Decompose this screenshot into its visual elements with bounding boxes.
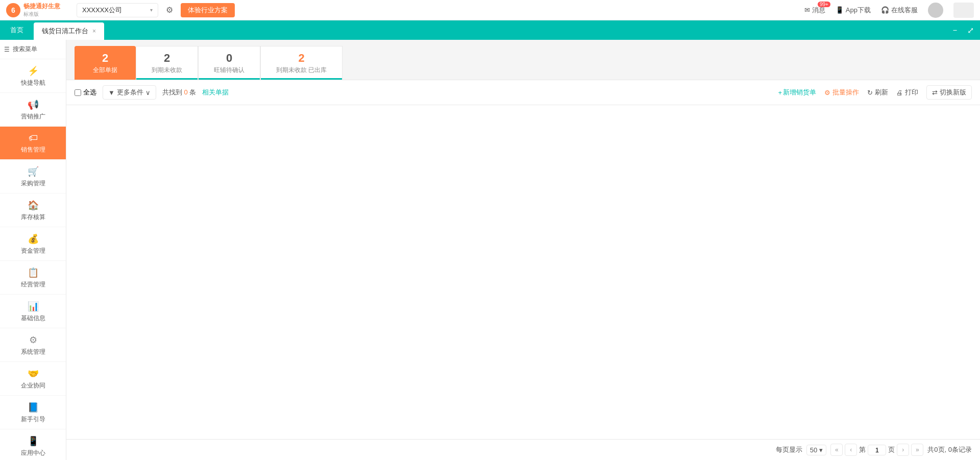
finance-icon: 💰	[28, 233, 39, 245]
app-icon: 📱	[836, 6, 844, 14]
print-btn[interactable]: 🖨 打印	[896, 88, 918, 97]
sidebar: ☰ 搜索菜单 ⚡ 快捷导航 📢 营销推广 🏷 销售管理 🛒 采购管理 🏠 库存核…	[0, 40, 66, 460]
sidebar-item-quick-nav[interactable]: ⚡ 快捷导航	[0, 59, 66, 93]
select-all-input[interactable]	[75, 89, 81, 96]
refresh-btn[interactable]: ↻ 刷新	[867, 88, 888, 97]
sidebar-item-app-center[interactable]: 📱 应用中心	[0, 429, 66, 460]
related-link[interactable]: 相关单据	[202, 88, 229, 97]
sidebar-item-purchase[interactable]: 🛒 采购管理	[0, 160, 66, 193]
tab-home[interactable]: 首页	[0, 20, 34, 40]
tab-active-label: 钱货日清工作台	[42, 27, 88, 36]
avatar[interactable]	[928, 3, 943, 18]
filter-label: 更多条件	[117, 88, 143, 97]
inventory-icon: 🏠	[28, 200, 39, 211]
corp-coop-icon: 🤝	[28, 368, 39, 379]
sidebar-finance-label: 资金管理	[21, 247, 45, 255]
filter-tab-stock-count: 2	[276, 52, 327, 65]
filter-tab-wang-label: 旺辅待确认	[214, 66, 244, 75]
filter-btn[interactable]: ▼ 更多条件 ∨	[103, 85, 156, 100]
online-service-btn[interactable]: 🎧 在线客服	[881, 6, 918, 15]
filter-tab-all[interactable]: 2 全部单据	[75, 46, 136, 80]
page-input[interactable]	[868, 445, 886, 455]
sidebar-sales-label: 销售管理	[21, 146, 45, 154]
sidebar-search-label: 搜索菜单	[13, 45, 37, 54]
message-btn[interactable]: ✉ 消息 99+	[804, 6, 825, 15]
found-count-area: 共找到 0 条	[162, 88, 196, 97]
settings-icon[interactable]: ⚙	[162, 3, 177, 17]
filter-tab-overdue-label: 到期未收款	[152, 66, 182, 75]
sidebar-item-sales[interactable]: 🏷 销售管理	[0, 127, 66, 160]
marketing-icon: 📢	[28, 99, 39, 110]
filter-tab-overdue-stock[interactable]: 2 到期未收款 已出库	[260, 46, 342, 80]
found-number: 0	[184, 88, 188, 96]
found-prefix: 共找到	[162, 88, 182, 96]
sidebar-item-basic-info[interactable]: 📊 基础信息	[0, 295, 66, 328]
refresh-icon: ↻	[867, 89, 873, 96]
logo-area: 6 畅捷通好生意 标准版	[6, 3, 72, 17]
found-unit: 条	[189, 88, 196, 96]
logo-main: 畅捷通好生意	[23, 3, 60, 11]
message-badge: 99+	[818, 2, 830, 7]
company-select[interactable]: XXXXXX公司 ▾	[77, 3, 158, 17]
page-prev-btn[interactable]: ‹	[845, 444, 857, 456]
page-size-value: 50	[810, 446, 817, 454]
switch-btn[interactable]: ⇄ 切换新版	[926, 85, 972, 100]
page-label-di: 第	[859, 445, 866, 454]
page-next-btn[interactable]: ›	[897, 444, 909, 456]
add-sales-btn[interactable]: + 新增销货单	[778, 88, 816, 97]
toolbar-right: + 新增销货单 ⚙ 批量操作 ↻ 刷新 🖨 打印 ⇄ 切换新版	[778, 85, 972, 100]
purchase-icon: 🛒	[28, 166, 39, 177]
page-last-btn[interactable]: »	[911, 444, 923, 456]
page-size-chevron: ▾	[819, 446, 823, 454]
logo-sub: 标准版	[23, 11, 60, 17]
filter-tab-wang[interactable]: 0 旺辅待确认	[198, 46, 260, 80]
tab-active[interactable]: 钱货日清工作台 ×	[34, 22, 104, 40]
main-layout: ☰ 搜索菜单 ⚡ 快捷导航 📢 营销推广 🏷 销售管理 🛒 采购管理 🏠 库存核…	[0, 40, 980, 460]
trial-button[interactable]: 体验行业方案	[181, 3, 235, 17]
app-label: App下载	[846, 6, 871, 15]
tab-close-icon[interactable]: ×	[92, 28, 96, 35]
maximize-icon[interactable]: ⤢	[965, 23, 976, 37]
batch-ops-btn[interactable]: ⚙ 批量操作	[824, 88, 859, 97]
page-nav: « ‹ 第 页 › »	[830, 444, 923, 456]
add-label: 新增销货单	[783, 88, 816, 97]
sidebar-system-label: 系统管理	[21, 348, 45, 356]
sidebar-basic-info-label: 基础信息	[21, 314, 45, 323]
sidebar-item-operation[interactable]: 📋 经营管理	[0, 261, 66, 295]
sidebar-item-search-menu[interactable]: ☰ 搜索菜单	[0, 40, 66, 59]
select-all-label: 全选	[83, 88, 96, 97]
chevron-down-icon: ▾	[150, 7, 153, 13]
sidebar-item-system[interactable]: ⚙ 系统管理	[0, 328, 66, 362]
guide-icon: 📘	[28, 402, 39, 413]
select-all-checkbox[interactable]: 全选	[75, 88, 96, 97]
page-first-btn[interactable]: «	[830, 444, 843, 456]
search-icon: ☰	[4, 46, 10, 53]
content-area: 2 全部单据 2 到期未收款 0 旺辅待确认 2 到期未收款 已出库	[66, 40, 980, 460]
operation-icon: 📋	[28, 267, 39, 278]
sidebar-item-inventory[interactable]: 🏠 库存核算	[0, 193, 66, 227]
sidebar-purchase-label: 采购管理	[21, 179, 45, 188]
sidebar-item-marketing[interactable]: 📢 营销推广	[0, 93, 66, 127]
quick-nav-icon: ⚡	[28, 65, 39, 77]
user-name-area[interactable]	[953, 3, 974, 18]
filter-tab-overdue-unpaid[interactable]: 2 到期未收款	[136, 46, 198, 80]
company-name: XXXXXX公司	[82, 6, 122, 15]
filter-chevron-icon: ∨	[145, 89, 151, 96]
page-size-select[interactable]: 50 ▾	[806, 445, 826, 455]
header-right: ✉ 消息 99+ 📱 App下载 🎧 在线客服	[804, 3, 974, 18]
tab-bar-right: － ⤢	[949, 20, 980, 40]
page-label-ye: 页	[888, 445, 895, 454]
batch-icon: ⚙	[824, 89, 830, 96]
print-label: 打印	[905, 88, 918, 97]
app-download-btn[interactable]: 📱 App下载	[836, 6, 871, 15]
sidebar-item-guide[interactable]: 📘 新手引导	[0, 396, 66, 429]
sidebar-item-corp-coop[interactable]: 🤝 企业协同	[0, 362, 66, 396]
filter-tab-wang-count: 0	[214, 52, 244, 65]
add-icon: +	[778, 89, 782, 96]
sidebar-item-finance[interactable]: 💰 资金管理	[0, 227, 66, 261]
refresh-label: 刷新	[875, 88, 888, 97]
tab-bar: 首页 钱货日清工作台 × － ⤢	[0, 20, 980, 40]
minimize-icon[interactable]: －	[949, 23, 961, 38]
total-info: 共0页, 0条记录	[927, 445, 972, 454]
filter-tabs: 2 全部单据 2 到期未收款 0 旺辅待确认 2 到期未收款 已出库	[66, 40, 980, 80]
